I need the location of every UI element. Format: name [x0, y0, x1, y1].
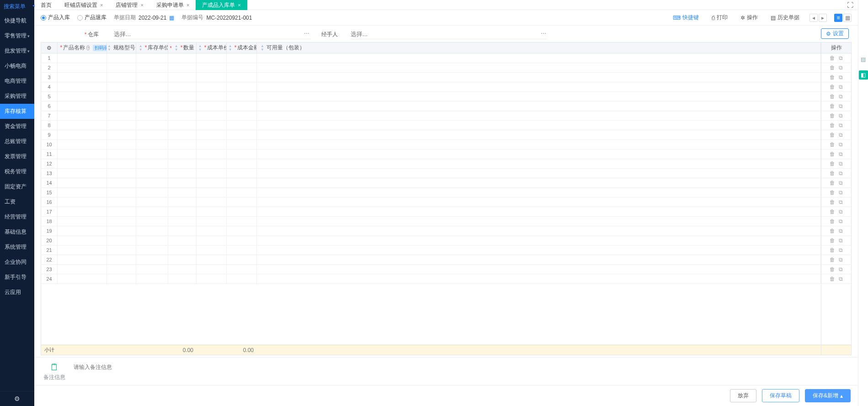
delete-row-icon[interactable]: 🗑	[830, 266, 835, 272]
cell-product[interactable]	[58, 82, 107, 91]
cell-avail[interactable]	[257, 121, 821, 130]
sidebar-item-1[interactable]: 零售管理▾	[0, 28, 34, 43]
calendar-icon[interactable]: ▦	[169, 15, 174, 21]
cell-spec[interactable]	[107, 246, 136, 255]
cell-price[interactable]	[197, 130, 227, 139]
copy-row-icon[interactable]: ⧉	[839, 276, 843, 282]
cell-avail[interactable]	[257, 236, 821, 245]
sidebar-settings[interactable]: ⚙	[0, 391, 34, 406]
cell-unit[interactable]	[136, 274, 168, 283]
cell-product[interactable]	[58, 226, 107, 235]
cell-spec[interactable]	[107, 140, 136, 149]
cell-spec[interactable]	[107, 226, 136, 235]
col-avail[interactable]: ▲▼可用量（包装）	[257, 43, 821, 53]
cell-price[interactable]	[197, 198, 227, 207]
table-row[interactable]: 18	[41, 217, 821, 226]
cell-price[interactable]	[197, 207, 227, 216]
delete-row-icon[interactable]: 🗑	[830, 256, 835, 263]
sidebar-item-13[interactable]: 经营管理	[0, 209, 34, 224]
copy-row-icon[interactable]: ⧉	[839, 180, 843, 186]
tab-4[interactable]: 产成品入库单×	[196, 0, 247, 10]
sidebar-item-10[interactable]: 税务管理	[0, 164, 34, 179]
cell-avail[interactable]	[257, 255, 821, 264]
cell-price[interactable]	[197, 188, 227, 197]
table-row[interactable]: 24	[41, 274, 821, 284]
tab-3[interactable]: 采购申请单×	[150, 0, 196, 10]
cell-product[interactable]	[58, 255, 107, 264]
cell-unit[interactable]	[136, 207, 168, 216]
view-list-button[interactable]: ≡	[834, 14, 842, 22]
delete-row-icon[interactable]: 🗑	[830, 218, 835, 224]
table-row[interactable]: 7	[41, 111, 821, 121]
cell-price[interactable]	[197, 63, 227, 72]
cell-amount[interactable]	[227, 121, 257, 130]
cell-price[interactable]	[197, 111, 227, 120]
cell-spec[interactable]	[107, 169, 136, 178]
cell-qty[interactable]	[168, 159, 197, 168]
cell-product[interactable]	[58, 63, 107, 72]
sidebar-item-2[interactable]: 批发管理▾	[0, 43, 34, 59]
cell-price[interactable]	[197, 178, 227, 187]
table-row[interactable]: 8	[41, 121, 821, 130]
cell-product[interactable]	[58, 188, 107, 197]
cell-qty[interactable]	[168, 63, 197, 72]
delete-row-icon[interactable]: 🗑	[830, 132, 835, 138]
cell-qty[interactable]	[168, 226, 197, 235]
sidebar-item-12[interactable]: 工资	[0, 194, 34, 209]
cell-product[interactable]	[58, 265, 107, 274]
cell-avail[interactable]	[257, 217, 821, 226]
cell-unit[interactable]	[136, 159, 168, 168]
cell-amount[interactable]	[227, 63, 257, 72]
copy-row-icon[interactable]: ⧉	[839, 199, 843, 205]
cell-amount[interactable]	[227, 92, 257, 101]
cell-unit[interactable]	[136, 265, 168, 274]
cell-spec[interactable]	[107, 150, 136, 159]
cell-avail[interactable]	[257, 207, 821, 216]
cell-product[interactable]	[58, 236, 107, 245]
copy-row-icon[interactable]: ⧉	[839, 160, 843, 167]
copy-row-icon[interactable]: ⧉	[839, 84, 843, 90]
copy-row-icon[interactable]: ⧉	[839, 132, 843, 138]
cell-price[interactable]	[197, 236, 227, 245]
cell-spec[interactable]	[107, 121, 136, 130]
handler-picker-icon[interactable]: ⋯	[541, 30, 546, 37]
cell-unit[interactable]	[136, 140, 168, 149]
col-price[interactable]: ▲▼成本单价	[197, 43, 227, 53]
cell-price[interactable]	[197, 53, 227, 63]
prev-doc-button[interactable]: ◂	[809, 14, 818, 22]
cell-avail[interactable]	[257, 246, 821, 255]
cell-spec[interactable]	[107, 207, 136, 216]
cell-spec[interactable]	[107, 188, 136, 197]
cell-avail[interactable]	[257, 188, 821, 197]
copy-row-icon[interactable]: ⧉	[839, 151, 843, 157]
cell-qty[interactable]	[168, 92, 197, 101]
sidebar-item-6[interactable]: 库存核算	[0, 104, 34, 119]
tab-2[interactable]: 店铺管理×	[109, 0, 149, 10]
cell-qty[interactable]	[168, 140, 197, 149]
handler-input[interactable]	[351, 29, 547, 39]
cell-qty[interactable]	[168, 255, 197, 264]
cell-product[interactable]	[58, 92, 107, 101]
cell-unit[interactable]	[136, 102, 168, 111]
cell-qty[interactable]	[168, 265, 197, 274]
sidebar-item-11[interactable]: 固定资产	[0, 179, 34, 194]
cell-unit[interactable]	[136, 178, 168, 187]
delete-row-icon[interactable]: 🗑	[830, 84, 835, 90]
cell-unit[interactable]	[136, 63, 168, 72]
cell-qty[interactable]	[168, 274, 197, 283]
cell-amount[interactable]	[227, 217, 257, 226]
delete-row-icon[interactable]: 🗑	[830, 199, 835, 205]
copy-row-icon[interactable]: ⧉	[839, 55, 843, 61]
cell-price[interactable]	[197, 246, 227, 255]
delete-row-icon[interactable]: 🗑	[830, 180, 835, 186]
cell-avail[interactable]	[257, 111, 821, 120]
cell-spec[interactable]	[107, 82, 136, 91]
table-row[interactable]: 3	[41, 73, 821, 82]
cell-price[interactable]	[197, 226, 227, 235]
cell-spec[interactable]	[107, 178, 136, 187]
cell-price[interactable]	[197, 82, 227, 91]
cell-spec[interactable]	[107, 102, 136, 111]
cell-unit[interactable]	[136, 92, 168, 101]
copy-row-icon[interactable]: ⧉	[839, 103, 843, 109]
cell-product[interactable]	[58, 130, 107, 139]
